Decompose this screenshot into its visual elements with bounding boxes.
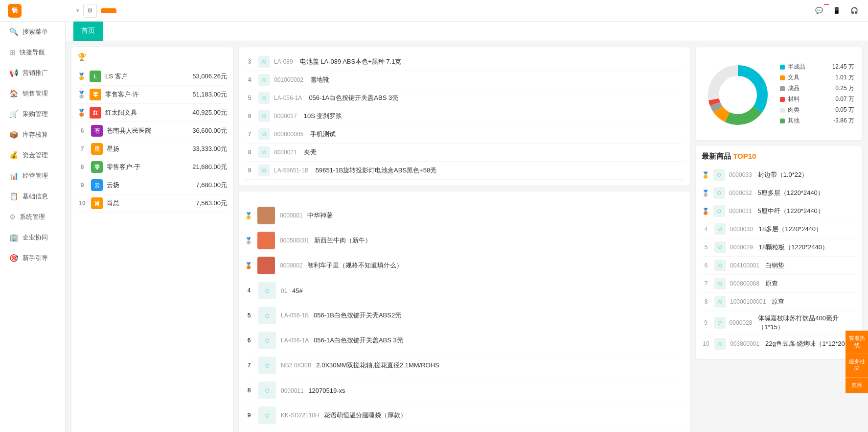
sidebar-item-nav[interactable]: ⊞快捷导航 [0,42,65,63]
hot-products-panel: 🥇 0000001 中华神薯 🥈 000500001 新西兰牛肉（新牛） 🥉 0… [239,192,690,432]
hot-product-name: 中华神薯 [307,212,333,219]
sidebar-item-operation[interactable]: 📊经营管理 [0,166,65,186]
legend-item: 半成品 12.45 万 [780,63,854,71]
inventory-panel: 半成品 12.45 万 文具 1.01 万 成品 0.25 万 材料 0.07 … [696,47,862,140]
product-rank-row: 3 ⬡ LA-089 电池盖 LA-089 ABS本色+黑种 7.1克 [245,53,684,71]
content-area: 🏆 🥇 L LS 客户 53,006.26元 🥈 零 零售客户·许 51,183… [66,41,868,432]
product-rank-num: 3 [245,58,254,65]
sidebar-label-marketing: 营销推广 [23,69,48,77]
product-icon: ⬡ [258,74,270,86]
sidebar-item-basic[interactable]: 📋基础信息 [0,186,65,207]
chevron-down-icon: ▾ [76,7,79,14]
hot-product-row: 4 ⬡ 01 45# [245,278,684,303]
new-product-icon: ⬡ [714,338,726,350]
rank-value: 40,925.00元 [192,108,227,117]
sidebar-item-inventory[interactable]: 📦库存核算 [0,124,65,145]
legend-dot [780,86,785,91]
rank-name: 云扬 [107,181,192,190]
middle-section: 3 ⬡ LA-089 电池盖 LA-089 ABS本色+黑种 7.1克 4 ⬡ … [239,47,690,432]
rank-value: 36,600.00元 [192,126,227,135]
legend-name: 材料 [788,95,799,103]
sidebar-icon-sales: 🏠 [9,89,19,98]
online-service-button[interactable]: 🎧 [850,7,860,14]
product-rank-num: 9 [245,412,253,419]
hot-product-row: 6 ⬡ LA-056-1A 056-1A白色按键开关盖ABS 3壳 [245,328,684,353]
product-code: 0000017 [274,113,297,120]
legend-name: 成品 [788,84,799,93]
trophy-bronze-icon: 🥉 [77,109,86,117]
hot-product-row: 🥉 0000002 智利车子里（规格不知道填什么） [245,253,684,278]
legend-name: 其他 [788,117,799,125]
sidebar-item-search[interactable]: 🔍搜索菜单 [0,22,65,42]
product-image [257,232,275,249]
product-rank-row: 4 ⬡ 001000002 雪地靴 [245,71,684,89]
sidebar-item-finance[interactable]: 💰资金管理 [0,145,65,166]
product-image [257,257,275,274]
hot-product-code: 01 [281,288,287,294]
app-download-button[interactable]: 📱 [833,7,843,14]
rank-row: 7 星 星扬 33,333.00元 [77,140,227,158]
sidebar-icon-nav: ⊞ [9,48,16,57]
new-product-name: 5厘中纤（1220*2440） [758,207,824,216]
product-code: LA-59651-1B [274,167,309,174]
rank-avatar: 零 [91,161,103,173]
new-product-code: 0000032 [729,190,752,196]
new-rank-num: 9 [702,319,710,326]
product-name: 手机测试 [310,130,336,139]
tab-home[interactable]: 首页 [73,22,103,41]
product-icon: ⬡ [258,165,270,176]
float-服务社区[interactable]: 服务社区 [845,354,868,378]
sales-ranking-title: 🏆 [77,53,227,62]
product-code: 0000021 [274,149,297,156]
float-客服热线[interactable]: 客服热线 [845,331,868,354]
trial-button[interactable] [101,8,116,13]
legend-item: 肉类 -0.05 万 [780,106,854,114]
header-actions: 💬 📱 🎧 [815,7,860,14]
rank-avatar: 星 [91,143,103,155]
right-section: 半成品 12.45 万 文具 1.01 万 成品 0.25 万 材料 0.07 … [696,47,862,432]
rank-value: 53,006.26元 [192,72,227,81]
hot-product-code: LA-056-1B [281,312,309,319]
sidebar-label-search: 搜索菜单 [23,27,48,36]
float-service: 客服热线服务社区直播 [845,331,868,393]
sidebar-item-guide[interactable]: 🎯新手引导 [0,248,65,268]
legend-value: -0.05 万 [833,106,854,114]
legend-value: 12.45 万 [832,63,854,71]
new-product-icon: ⬡ [714,278,726,289]
product-rank-num: 5 [245,312,253,319]
product-rank-num: 8 [245,387,253,394]
new-product-code: 004100001 [730,262,759,269]
sidebar-item-marketing[interactable]: 📢营销推广 [0,63,65,83]
system-selector[interactable]: ▾ [73,7,79,14]
new-product-icon: ⬡ [714,317,726,329]
product-rank-num: 4 [245,287,253,294]
sidebar-label-system: 系统管理 [20,213,45,221]
rank-number: 10 [77,200,87,207]
sidebar-item-sales[interactable]: 🏠销售管理 [0,83,65,104]
sidebar-item-cooperate[interactable]: 🏢企业协同 [0,227,65,248]
gold-trophy-icon: 🥇 [702,171,709,179]
message-button[interactable]: 💬 [815,7,825,14]
legend-item: 文具 1.01 万 [780,73,854,82]
rank-row: 10 肖 肖总 7,563.00元 [77,194,227,213]
new-rank-num: 7 [702,280,710,287]
rank-row: 🥇 L LS 客户 53,006.26元 [77,68,227,86]
product-icon: ⬡ [258,146,270,158]
product-name: 雪地靴 [310,75,329,84]
settings-button[interactable]: ⚙ [83,4,97,18]
rank-avatar: L [90,71,101,82]
hot-product-code: 0000002 [280,262,303,269]
product-ranking-panel: 3 ⬡ LA-089 电池盖 LA-089 ABS本色+黑种 7.1克 4 ⬡ … [239,47,690,186]
new-rank-num: 4 [702,226,710,233]
sidebar-item-purchase[interactable]: 🛒采购管理 [0,104,65,124]
hot-product-row: 8 ⬡ 0000011 12070519-xs [245,378,684,403]
sidebar-label-cooperate: 企业协同 [23,233,48,242]
product-rank-num: 7 [245,362,253,369]
sidebar-item-system[interactable]: ⚙系统管理 [0,207,65,227]
hot-product-name: 12070519-xs [308,387,345,394]
new-product-name: 白钢垫 [765,261,784,270]
float-直播[interactable]: 直播 [845,378,868,393]
product-rank-row: 7 ⬡ 000800005 手机测试 [245,125,684,144]
rank-name: 星扬 [107,144,188,153]
sidebar-icon-basic: 📋 [9,192,19,201]
